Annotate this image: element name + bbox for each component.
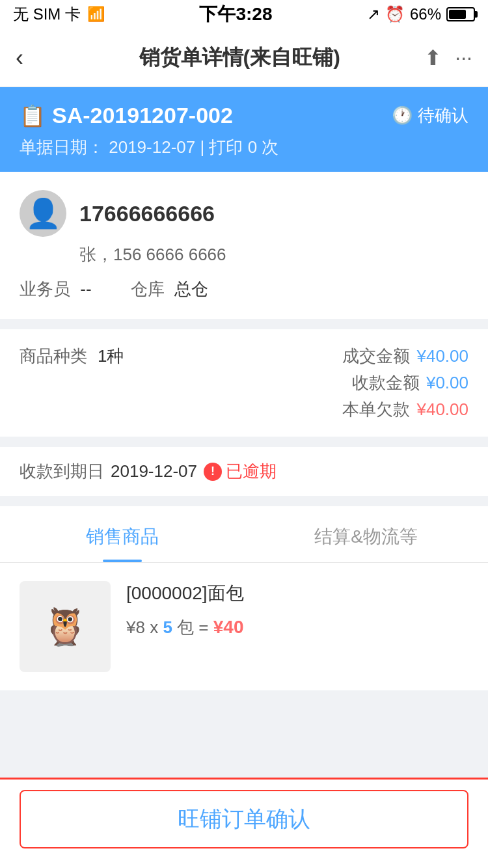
overdue-badge: ! 已逾期 bbox=[204, 460, 277, 483]
overdue-icon: ! bbox=[211, 465, 215, 478]
order-id-row: 📋 SA-20191207-002 bbox=[20, 103, 233, 128]
overdue-dot: ! bbox=[204, 463, 222, 481]
product-type-block: 商品种类 1种 bbox=[20, 345, 124, 368]
confirm-button-label: 旺铺订单确认 bbox=[178, 804, 310, 834]
wifi-icon: 📶 bbox=[87, 6, 105, 23]
customer-row: 👤 17666666666 bbox=[20, 190, 468, 237]
status-right: ↗ ⏰ 66% bbox=[367, 5, 475, 23]
avatar-icon: 👤 bbox=[25, 197, 61, 230]
clock-icon: 🕐 bbox=[392, 105, 413, 126]
battery-icon bbox=[446, 7, 475, 21]
nav-actions: ⬆ ··· bbox=[424, 46, 472, 70]
warehouse-meta: 仓库 总仓 bbox=[131, 278, 208, 301]
amount-row: 成交金额 ¥40.00 bbox=[342, 345, 468, 368]
battery-percent: 66% bbox=[410, 5, 441, 23]
debt-row: 本单欠款 ¥40.00 bbox=[342, 398, 468, 421]
confirm-button[interactable]: 旺铺订单确认 bbox=[20, 790, 468, 848]
due-label: 收款到期日 bbox=[20, 460, 104, 483]
order-icon: 📋 bbox=[20, 103, 46, 128]
debt-label: 本单欠款 bbox=[342, 398, 410, 421]
warehouse-label: 仓库 bbox=[131, 279, 165, 299]
avatar: 👤 bbox=[20, 190, 66, 237]
received-label: 收款金额 bbox=[352, 372, 420, 394]
status-time: 下午3:28 bbox=[199, 2, 272, 27]
due-section: 收款到期日 2019-12-07 ! 已逾期 bbox=[0, 447, 488, 496]
more-icon[interactable]: ··· bbox=[455, 46, 472, 70]
status-badge: 🕐 待确认 bbox=[392, 104, 468, 127]
alarm-icon: ⏰ bbox=[385, 5, 405, 23]
bottom-bar: 旺铺订单确认 bbox=[0, 778, 488, 868]
price-x: x bbox=[150, 617, 163, 637]
product-type-value: 1种 bbox=[98, 345, 124, 368]
page-title: 销货单详情(来自旺铺) bbox=[139, 44, 340, 72]
sales-meta: 业务员 -- bbox=[20, 278, 92, 301]
customer-section: 👤 17666666666 张，156 6666 6666 业务员 -- 仓库 … bbox=[0, 172, 488, 319]
received-value: ¥0.00 bbox=[426, 373, 468, 393]
total-price: ¥40 bbox=[213, 617, 244, 637]
tab-settlement-label: 结算&物流等 bbox=[314, 526, 418, 547]
order-date: 2019-12-07 bbox=[109, 137, 195, 157]
received-row: 收款金额 ¥0.00 bbox=[352, 372, 468, 394]
due-date: 2019-12-07 bbox=[111, 461, 197, 481]
product-image: 🦉 bbox=[20, 581, 111, 672]
customer-name-row: 张，156 6666 6666 bbox=[79, 243, 468, 266]
sales-value: -- bbox=[80, 279, 91, 299]
tab-sales[interactable]: 销售商品 bbox=[0, 506, 244, 562]
carrier-text: 无 SIM 卡 bbox=[13, 4, 81, 25]
product-image-icon: 🦉 bbox=[42, 605, 88, 648]
share-icon[interactable]: ⬆ bbox=[424, 46, 442, 70]
tab-sales-label: 销售商品 bbox=[86, 526, 159, 547]
tabs-row: 销售商品 结算&物流等 bbox=[0, 506, 488, 563]
back-button[interactable]: ‹ bbox=[16, 44, 55, 72]
product-item: 🦉 [0000002]面包 ¥8 x 5 包 = ¥40 bbox=[20, 581, 468, 672]
equals: = bbox=[198, 617, 213, 637]
print-label: 打印 bbox=[209, 137, 243, 157]
quantity: 5 bbox=[163, 617, 172, 637]
stats-section: 商品种类 1种 成交金额 ¥40.00 收款金额 ¥0.00 本单欠款 ¥40.… bbox=[0, 329, 488, 437]
location-icon: ↗ bbox=[367, 5, 380, 23]
amount-value: ¥40.00 bbox=[416, 346, 468, 366]
sales-label: 业务员 bbox=[20, 279, 70, 299]
warehouse-value: 总仓 bbox=[174, 279, 208, 299]
product-section: 🦉 [0000002]面包 ¥8 x 5 包 = ¥40 bbox=[0, 563, 488, 690]
status-carrier: 无 SIM 卡 📶 bbox=[13, 4, 105, 25]
date-label: 单据日期： bbox=[20, 137, 104, 157]
header-top: 📋 SA-20191207-002 🕐 待确认 bbox=[20, 103, 468, 128]
separator: | bbox=[200, 137, 209, 157]
order-id: SA-20191207-002 bbox=[52, 103, 233, 128]
unit: 包 bbox=[177, 617, 194, 637]
tabs-section: 销售商品 结算&物流等 bbox=[0, 506, 488, 563]
nav-bar: ‹ 销货单详情(来自旺铺) ⬆ ··· bbox=[0, 29, 488, 87]
header-date-row: 单据日期： 2019-12-07 | 打印 0 次 bbox=[20, 136, 468, 159]
status-bar: 无 SIM 卡 📶 下午3:28 ↗ ⏰ 66% bbox=[0, 0, 488, 29]
debt-value: ¥40.00 bbox=[416, 400, 468, 420]
print-unit: 次 bbox=[262, 137, 278, 157]
header-card: 📋 SA-20191207-002 🕐 待确认 单据日期： 2019-12-07… bbox=[0, 87, 488, 172]
product-type-label: 商品种类 bbox=[20, 345, 87, 368]
status-text: 待确认 bbox=[418, 104, 468, 127]
overdue-text: 已逾期 bbox=[226, 460, 277, 483]
unit-price: ¥8 bbox=[126, 617, 145, 637]
print-count: 0 bbox=[248, 137, 257, 157]
product-name: [0000002]面包 bbox=[126, 581, 468, 606]
amount-block: 成交金额 ¥40.00 收款金额 ¥0.00 本单欠款 ¥40.00 bbox=[342, 345, 468, 421]
amount-label: 成交金额 bbox=[342, 345, 410, 368]
customer-meta: 业务员 -- 仓库 总仓 bbox=[20, 278, 468, 301]
product-info: [0000002]面包 ¥8 x 5 包 = ¥40 bbox=[126, 581, 468, 639]
customer-phone[interactable]: 17666666666 bbox=[79, 201, 215, 226]
tab-settlement[interactable]: 结算&物流等 bbox=[244, 506, 488, 562]
product-price-row: ¥8 x 5 包 = ¥40 bbox=[126, 616, 468, 639]
